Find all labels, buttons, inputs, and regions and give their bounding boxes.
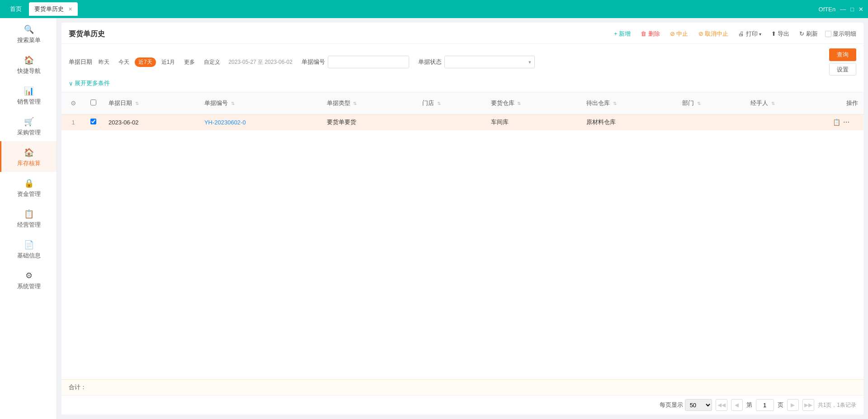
- filter-settings-button[interactable]: 设置: [829, 63, 856, 76]
- query-button[interactable]: 查询: [829, 48, 856, 61]
- sort-req-wh-icon: ⇅: [517, 101, 521, 106]
- page-number-input[interactable]: [756, 399, 774, 411]
- table-container[interactable]: ⚙ 单据日期 ⇅ 单据编号 ⇅: [61, 92, 863, 379]
- maximize-icon[interactable]: □: [850, 6, 854, 13]
- search-icon: 🔍: [24, 24, 34, 34]
- stop-button[interactable]: ⊘ 中止: [667, 28, 691, 40]
- content-area: 要货单历史 + 新增 🗑 删除 ⊘ 中止 ⊘ 取消中止 🖨: [57, 18, 868, 419]
- row-edit-icon[interactable]: 📋: [833, 119, 840, 126]
- date-btn-today[interactable]: 今天: [115, 57, 133, 67]
- th-settings: ⚙: [61, 92, 85, 114]
- tab-home[interactable]: 首页: [5, 2, 27, 16]
- next-page-btn[interactable]: ▶: [787, 399, 799, 411]
- total-info: 共1页，1条记录: [818, 401, 856, 409]
- sidebar-item-basic-info[interactable]: 📄 基础信息: [0, 233, 57, 264]
- row-department: [677, 114, 745, 130]
- export-label: ⬆ 导出: [771, 30, 790, 38]
- doc-icon: 📄: [24, 240, 34, 250]
- th-actions: 操作: [827, 92, 863, 114]
- row-actions-cell: 📋 ⋯: [827, 114, 863, 130]
- refresh-label: ↻ 刷新: [799, 30, 818, 38]
- filter-action-buttons: 查询 设置: [829, 48, 856, 76]
- tab-requisition-label: 要货单历史: [34, 5, 64, 13]
- row-more-icon[interactable]: ⋯: [843, 119, 849, 126]
- date-btn-yesterday[interactable]: 昨天: [95, 57, 113, 67]
- show-detail-toggle[interactable]: 显示明细: [825, 30, 856, 38]
- doc-no-label: 单据编号: [302, 58, 325, 66]
- table-row: 1 2023-06-02 YH-20230602-0 要货单要货 车间库: [61, 114, 863, 130]
- sidebar-item-search-menu[interactable]: 🔍 搜索菜单: [0, 18, 57, 49]
- page-title: 要货单历史: [69, 29, 105, 39]
- minimize-icon[interactable]: —: [840, 6, 846, 13]
- export-button[interactable]: ⬆ 导出: [769, 28, 793, 40]
- date-btn-more[interactable]: 更多: [180, 57, 198, 67]
- new-button[interactable]: + 新增: [611, 28, 633, 40]
- sort-dept-icon: ⇅: [697, 101, 701, 106]
- sidebar-item-system[interactable]: ⚙ 系统管理: [0, 264, 57, 295]
- sidebar-item-sales[interactable]: 📊 销售管理: [0, 80, 57, 110]
- print-dropdown-icon: ▾: [759, 32, 761, 37]
- sidebar-label-system: 系统管理: [17, 282, 41, 290]
- row-doc-no: YH-20230602-0: [199, 114, 321, 130]
- tab-requisition-history[interactable]: 要货单历史 ✕: [29, 2, 78, 16]
- sidebar-item-fund[interactable]: 🔒 资金管理: [0, 172, 57, 203]
- row-checkbox[interactable]: [90, 119, 96, 124]
- cart-icon: 🛒: [24, 117, 34, 127]
- sidebar-item-inventory[interactable]: 🏠 库存核算: [0, 141, 57, 172]
- sidebar-item-purchase[interactable]: 🛒 采购管理: [0, 110, 57, 141]
- page-header: 要货单历史 + 新增 🗑 删除 ⊘ 中止 ⊘ 取消中止 🖨: [61, 23, 863, 44]
- requisition-table: ⚙ 单据日期 ⇅ 单据编号 ⇅: [61, 92, 863, 130]
- lock-icon: 🔒: [24, 178, 34, 188]
- window-close-icon[interactable]: ✕: [859, 6, 863, 13]
- cancel-label: ⊘ 取消中止: [698, 30, 729, 38]
- sidebar-label-inventory: 库存核算: [17, 159, 41, 167]
- main-layout: 🔍 搜索菜单 🏠 快捷导航 📊 销售管理 🛒 采购管理 🏠 库存核算 🔒 资金管…: [0, 18, 868, 419]
- sidebar: 🔍 搜索菜单 🏠 快捷导航 📊 销售管理 🛒 采购管理 🏠 库存核算 🔒 资金管…: [0, 18, 57, 419]
- sort-doc-date-icon: ⇅: [135, 101, 139, 106]
- doc-no-input[interactable]: [328, 56, 409, 68]
- th-doc-date: 单据日期 ⇅: [103, 92, 199, 114]
- first-page-btn[interactable]: ◀◀: [716, 399, 727, 411]
- clipboard-icon: 📋: [24, 209, 34, 219]
- pagination-bar: 每页显示 50 20 100 ◀◀ ◀ 第 页 ▶ ▶▶ 共1页，1条记录: [61, 395, 863, 414]
- sort-doc-no-icon: ⇅: [231, 101, 235, 106]
- filter-doc-no: 单据编号: [302, 56, 409, 68]
- doc-no-link[interactable]: YH-20230602-0: [204, 119, 246, 126]
- date-btn-last7[interactable]: 近7天: [135, 57, 156, 67]
- table-footer: 合计：: [61, 379, 863, 395]
- sort-out-wh-icon: ⇅: [613, 101, 617, 106]
- cancel-stop-button[interactable]: ⊘ 取消中止: [696, 28, 731, 40]
- date-btn-custom[interactable]: 自定义: [200, 57, 224, 67]
- tab-close-icon[interactable]: ✕: [68, 6, 72, 12]
- sort-doc-type-icon: ⇅: [353, 101, 357, 106]
- sort-store-icon: ⇅: [437, 101, 441, 106]
- row-handler: [745, 114, 827, 130]
- select-all-checkbox[interactable]: [90, 100, 96, 105]
- sidebar-item-operation[interactable]: 📋 经营管理: [0, 203, 57, 233]
- delete-button[interactable]: 🗑 删除: [638, 28, 663, 40]
- last-page-btn[interactable]: ▶▶: [802, 399, 814, 411]
- date-btn-last1month[interactable]: 近1月: [158, 57, 179, 67]
- chart-icon: 📊: [24, 86, 34, 96]
- sidebar-label-operation: 经营管理: [17, 221, 41, 229]
- th-req-warehouse: 要货仓库 ⇅: [486, 92, 581, 114]
- filter-date: 单据日期 昨天 今天 近7天 近1月 更多 自定义 2023-05-27 至 2…: [69, 57, 292, 67]
- tab-home-label: 首页: [10, 5, 22, 13]
- stop-label: ⊘ 中止: [670, 30, 689, 38]
- sidebar-label-quicknav: 快捷导航: [17, 67, 41, 75]
- table-header: ⚙ 单据日期 ⇅ 单据编号 ⇅: [61, 92, 863, 114]
- sidebar-label-basicinfo: 基础信息: [17, 252, 41, 260]
- expand-more-btn[interactable]: ∨ 展开更多条件: [69, 79, 856, 87]
- sidebar-item-quick-nav[interactable]: 🏠 快捷导航: [0, 49, 57, 80]
- footer-total-label: 合计：: [69, 383, 86, 391]
- prev-page-btn[interactable]: ◀: [731, 399, 743, 411]
- column-settings-btn[interactable]: ⚙: [67, 97, 80, 110]
- refresh-button[interactable]: ↻ 刷新: [797, 28, 821, 40]
- per-page-select[interactable]: 50 20 100: [685, 399, 712, 411]
- per-page-label: 每页显示: [660, 401, 683, 409]
- filter-area: 单据日期 昨天 今天 近7天 近1月 更多 自定义 2023-05-27 至 2…: [61, 44, 863, 92]
- th-doc-no: 单据编号 ⇅: [199, 92, 321, 114]
- status-label: 单据状态: [418, 58, 442, 66]
- status-select[interactable]: [444, 56, 535, 68]
- print-button[interactable]: 🖨 打印 ▾: [736, 28, 764, 40]
